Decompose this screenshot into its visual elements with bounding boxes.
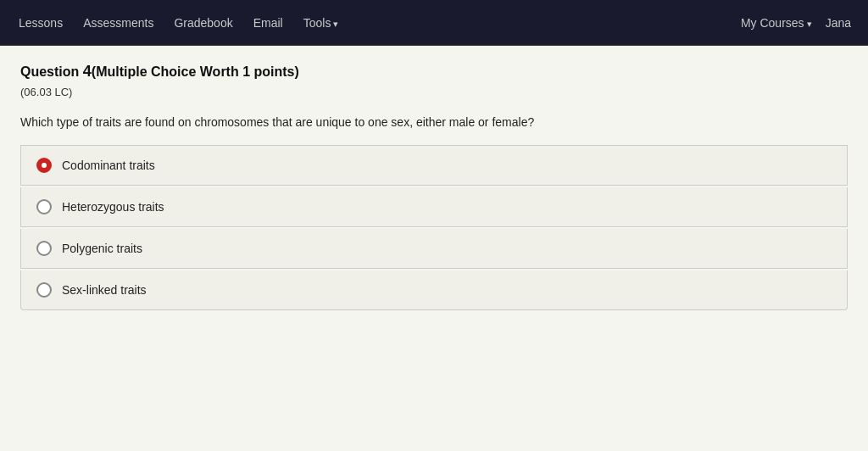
nav-right: My Courses Jana xyxy=(741,16,851,30)
answer-option-b[interactable]: Heterozygous traits xyxy=(20,187,848,227)
answer-label-b: Heterozygous traits xyxy=(62,200,164,214)
question-number: 4 xyxy=(83,63,92,80)
question-code: (06.03 LC) xyxy=(20,86,848,98)
answer-option-c[interactable]: Polygenic traits xyxy=(20,229,848,269)
nav-email[interactable]: Email xyxy=(252,13,285,33)
answer-option-d[interactable]: Sex-linked traits xyxy=(20,270,848,310)
answer-label-a: Codominant traits xyxy=(62,159,155,172)
radio-d xyxy=(36,282,52,298)
nav-tools[interactable]: Tools xyxy=(302,13,341,33)
nav-left: Lessons Assessments Gradebook Email Tool… xyxy=(17,13,741,33)
nav-gradebook[interactable]: Gradebook xyxy=(172,13,234,33)
question-header: Question 4(Multiple Choice Worth 1 point… xyxy=(20,63,848,81)
answer-label-c: Polygenic traits xyxy=(62,242,142,255)
main-content: Question 4(Multiple Choice Worth 1 point… xyxy=(0,46,868,451)
my-courses-button[interactable]: My Courses xyxy=(741,16,812,30)
radio-c xyxy=(36,241,52,256)
question-type: (Multiple Choice Worth 1 points) xyxy=(92,64,299,79)
radio-b xyxy=(36,199,52,214)
navbar: Lessons Assessments Gradebook Email Tool… xyxy=(0,0,868,46)
question-text: Which type of traits are found on chromo… xyxy=(20,114,848,131)
nav-lessons[interactable]: Lessons xyxy=(17,13,64,33)
answer-label-d: Sex-linked traits xyxy=(62,283,147,297)
nav-assessments[interactable]: Assessments xyxy=(81,13,155,33)
answer-option-a[interactable]: Codominant traits xyxy=(20,145,848,186)
user-name: Jana xyxy=(826,16,851,30)
radio-a xyxy=(36,158,52,173)
